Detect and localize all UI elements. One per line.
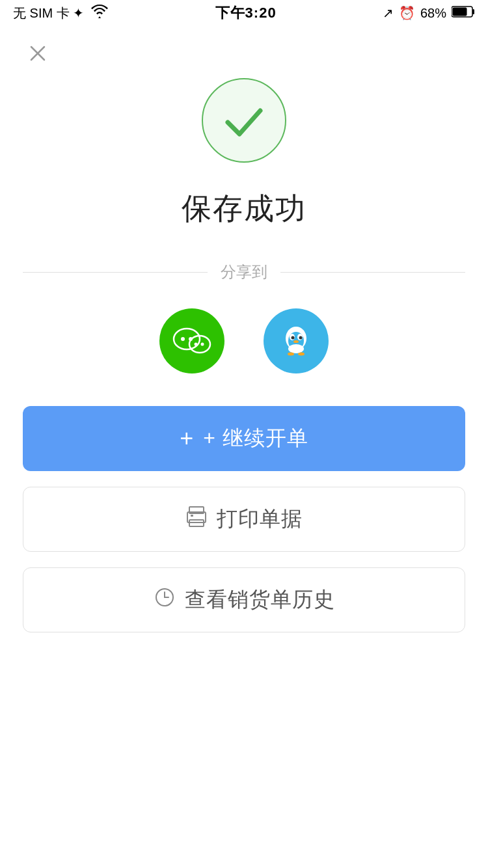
success-indicator: [202, 78, 286, 163]
status-bar: 无 SIM 卡 ✦ 下午3:20 ↗ ⏰ 68%: [0, 0, 488, 26]
actions-section: + + 继续开单 打印单据 查看销货单历: [23, 406, 465, 632]
svg-point-19: [288, 353, 294, 356]
svg-point-18: [288, 344, 304, 353]
status-right: ↗ ⏰ 68%: [383, 5, 475, 21]
svg-point-5: [174, 329, 200, 349]
history-label: 查看销货单历史: [185, 586, 335, 614]
status-time: 下午3:20: [215, 3, 277, 23]
svg-point-17: [293, 340, 299, 343]
print-label: 打印单据: [217, 505, 303, 534]
svg-point-16: [299, 336, 303, 340]
share-line-right: [280, 272, 465, 273]
close-button[interactable]: [23, 39, 52, 68]
battery-percent: 68%: [420, 6, 446, 21]
share-icons-row: [159, 308, 329, 373]
svg-point-9: [195, 343, 198, 346]
status-left: 无 SIM 卡 ✦: [13, 5, 109, 22]
location-icon: ↗: [383, 5, 394, 21]
wechat-icon: [172, 325, 211, 357]
history-icon: [154, 586, 176, 614]
print-icon: [185, 506, 208, 533]
success-title: 保存成功: [182, 189, 306, 229]
svg-point-8: [189, 337, 193, 341]
close-icon: [29, 44, 47, 62]
checkmark-icon: [221, 98, 267, 143]
svg-point-7: [181, 337, 185, 341]
qq-share-button[interactable]: [264, 308, 329, 373]
continue-button[interactable]: + + 继续开单: [23, 406, 465, 471]
svg-rect-24: [191, 515, 193, 517]
alarm-icon: ⏰: [399, 5, 415, 21]
battery-icon: [452, 5, 475, 21]
wifi-icon: [90, 5, 109, 22]
print-button[interactable]: 打印单据: [23, 487, 465, 552]
continue-plus-icon: +: [180, 427, 194, 450]
history-button[interactable]: 查看销货单历史: [23, 567, 465, 632]
svg-point-15: [291, 336, 295, 340]
svg-rect-1: [472, 9, 474, 14]
share-line-left: [23, 272, 208, 273]
wechat-share-button[interactable]: [159, 308, 224, 373]
svg-point-20: [298, 353, 305, 356]
svg-rect-2: [453, 7, 467, 16]
svg-point-10: [201, 343, 204, 346]
share-divider: 分享到: [23, 262, 465, 282]
main-content: 保存成功 分享到: [0, 26, 488, 632]
sim-status: 无 SIM 卡 ✦: [13, 5, 84, 22]
continue-label: + 继续开单: [203, 424, 308, 453]
qq-icon: [277, 321, 316, 360]
share-section: 分享到: [0, 262, 488, 373]
share-label: 分享到: [221, 262, 267, 282]
